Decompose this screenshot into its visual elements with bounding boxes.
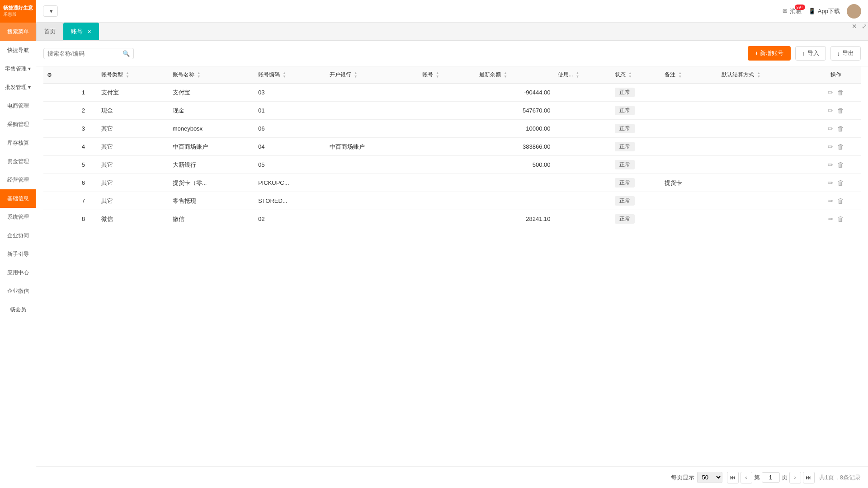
th-code[interactable]: 账号编码 ▲▼: [255, 66, 326, 84]
cell-balance: 10000.00: [476, 120, 554, 138]
cell-account: [419, 138, 476, 156]
sidebar-item-membership[interactable]: 畅会员: [0, 300, 36, 319]
table-row: 5其它大新银行05500.00正常✏🗑: [43, 156, 861, 174]
sort-code-icon[interactable]: ▲▼: [283, 71, 286, 79]
status-badge: 正常: [615, 196, 635, 206]
th-note[interactable]: 备注 ▲▼: [661, 66, 718, 84]
prev-page-button[interactable]: ‹: [741, 472, 752, 483]
sidebar-item-system[interactable]: 系统管理: [0, 208, 36, 226]
cell-account: [419, 120, 476, 138]
delete-button[interactable]: 🗑: [837, 143, 844, 150]
sort-bank-icon[interactable]: ▲▼: [354, 71, 358, 79]
edit-button[interactable]: ✏: [828, 179, 834, 187]
cell-bank: [326, 102, 419, 120]
org-dropdown[interactable]: ▾: [43, 5, 58, 17]
sort-account-icon[interactable]: ▲▼: [436, 71, 439, 79]
th-account[interactable]: 账号 ▲▼: [419, 66, 476, 84]
sidebar-item-inventory[interactable]: 库存核算: [0, 134, 36, 152]
minimize-button[interactable]: ✕: [851, 23, 858, 30]
page-navigation: ⏮ ‹ 第 页 › ⏭: [727, 472, 815, 483]
cell-name: 零售抵现: [169, 192, 255, 210]
per-page-label: 每页显示: [671, 474, 694, 482]
cell-type: 其它: [98, 174, 169, 192]
cell-action: ✏🗑: [811, 102, 861, 120]
th-use[interactable]: 使用... ▲▼: [554, 66, 611, 84]
delete-button[interactable]: 🗑: [837, 125, 844, 132]
cell-balance: [476, 192, 554, 210]
tab-close-icon[interactable]: ✕: [87, 29, 91, 35]
sidebar-item-ecom[interactable]: 电商管理: [0, 97, 36, 115]
edit-button[interactable]: ✏: [828, 197, 834, 205]
sort-balance-icon[interactable]: ▲▼: [504, 71, 507, 79]
th-default[interactable]: 默认结算方式 ▲▼: [718, 66, 811, 84]
th-index: [69, 66, 98, 84]
delete-button[interactable]: 🗑: [837, 215, 844, 223]
delete-button[interactable]: 🗑: [837, 161, 844, 169]
edit-button[interactable]: ✏: [828, 89, 834, 97]
sidebar-item-search[interactable]: 搜索菜单: [0, 23, 36, 41]
delete-button[interactable]: 🗑: [837, 107, 844, 114]
delete-button[interactable]: 🗑: [837, 179, 844, 187]
edit-button[interactable]: ✏: [828, 161, 834, 169]
cell-note: [661, 210, 718, 228]
sort-note-icon[interactable]: ▲▼: [678, 71, 682, 79]
page-size-select[interactable]: 50 100 200: [697, 472, 722, 483]
first-page-button[interactable]: ⏮: [727, 472, 739, 483]
sort-status-icon[interactable]: ▲▼: [628, 71, 632, 79]
export-button[interactable]: ↓ 导出: [830, 46, 861, 61]
sidebar-item-guide[interactable]: 新手引导: [0, 245, 36, 263]
cell-action: ✏🗑: [811, 192, 861, 210]
search-box[interactable]: 🔍: [43, 48, 134, 59]
sidebar-item-finance[interactable]: 资金管理: [0, 152, 36, 171]
th-name[interactable]: 账号名称 ▲▼: [169, 66, 255, 84]
th-status[interactable]: 状态 ▲▼: [611, 66, 661, 84]
delete-button[interactable]: 🗑: [837, 197, 844, 205]
user-avatar[interactable]: [847, 4, 861, 19]
edit-button[interactable]: ✏: [828, 107, 834, 115]
sidebar-item-retail[interactable]: 零售管理 ▾: [0, 60, 36, 78]
maximize-button[interactable]: ⤢: [861, 23, 868, 30]
sidebar-item-quicknav[interactable]: 快捷导航: [0, 41, 36, 60]
th-balance[interactable]: 最新余额 ▲▼: [476, 66, 554, 84]
page-number-input[interactable]: [762, 472, 780, 483]
sidebar-item-appstore[interactable]: 应用中心: [0, 263, 36, 282]
last-page-button[interactable]: ⏭: [803, 472, 815, 483]
tab-accounts[interactable]: 账号 ✕: [63, 23, 99, 40]
cell-code: 04: [255, 138, 326, 156]
edit-button[interactable]: ✏: [828, 143, 834, 151]
th-settings[interactable]: ⚙: [43, 66, 69, 84]
action-icons: ✏🗑: [814, 125, 857, 133]
next-page-button[interactable]: ›: [789, 472, 801, 483]
th-type[interactable]: 账号类型 ▲▼: [98, 66, 169, 84]
app-download-button[interactable]: 📱 App下载: [808, 7, 840, 15]
cell-name: 大新银行: [169, 156, 255, 174]
sidebar-item-wholesale[interactable]: 批发管理 ▾: [0, 78, 36, 97]
edit-button[interactable]: ✏: [828, 215, 834, 223]
sort-default-icon[interactable]: ▲▼: [757, 71, 760, 79]
th-action: 操作: [811, 66, 861, 84]
sort-type-icon[interactable]: ▲▼: [126, 71, 129, 79]
page-total-label: 共1页，8条记录: [819, 474, 861, 482]
action-icons: ✏🗑: [814, 161, 857, 169]
sidebar-item-enterprise[interactable]: 企业协同: [0, 226, 36, 245]
cell-default: [718, 138, 811, 156]
sort-name-icon[interactable]: ▲▼: [197, 71, 201, 79]
edit-button[interactable]: ✏: [828, 125, 834, 133]
sidebar-item-operations[interactable]: 经营管理: [0, 171, 36, 189]
sidebar-item-corpwechat[interactable]: 企业微信: [0, 282, 36, 300]
th-bank[interactable]: 开户银行 ▲▼: [326, 66, 419, 84]
cell-name: 微信: [169, 210, 255, 228]
cell-default: [718, 210, 811, 228]
search-input[interactable]: [47, 50, 120, 57]
sidebar-item-basic[interactable]: 基础信息: [0, 189, 36, 208]
search-icon[interactable]: 🔍: [123, 50, 130, 57]
sort-use-icon[interactable]: ▲▼: [576, 71, 580, 79]
messages-button[interactable]: ✉ 消息 99+: [783, 7, 802, 15]
delete-button[interactable]: 🗑: [837, 89, 844, 96]
new-account-button[interactable]: + 新增账号: [748, 46, 791, 61]
action-icons: ✏🗑: [814, 215, 857, 223]
sidebar-item-purchase[interactable]: 采购管理: [0, 115, 36, 134]
import-button[interactable]: ↑ 导入: [795, 46, 826, 61]
tab-home[interactable]: 首页: [36, 23, 63, 40]
cell-account: [419, 192, 476, 210]
